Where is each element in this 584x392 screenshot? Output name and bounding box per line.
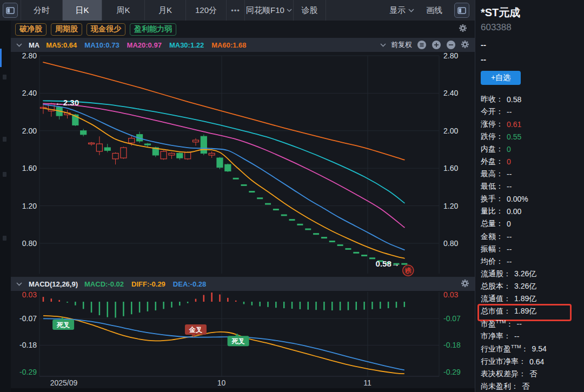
display-label: 显示 xyxy=(389,5,406,16)
ma-indicator-header: MA MA5:0.64MA10:0.73MA20:0.97MA30:1.22MA… xyxy=(11,38,475,52)
macd-chart[interactable]: 0.030.03-0.07-0.07-0.18-0.18-0.29-0.2920… xyxy=(11,291,475,392)
adjust-mode-dropdown[interactable]: 前复权 xyxy=(391,40,412,50)
chevron-down-icon xyxy=(287,9,292,12)
stat-row: 换手：0.00% xyxy=(475,193,584,205)
stat-row: 流通值：1.89亿 xyxy=(475,293,584,305)
gear-icon xyxy=(461,40,469,49)
concept-tag[interactable]: 盈利能力弱 xyxy=(130,23,176,36)
zoom-in-icon[interactable] xyxy=(432,40,441,50)
seal-stamp-icon: 榜 xyxy=(402,264,415,277)
stat-value: 0.61 xyxy=(507,120,521,129)
macd-indicator-header: MACD(12,26,9) MACD:-0.02DIFF:-0.29DEA:-0… xyxy=(11,277,475,291)
tab-周K[interactable]: 周K xyxy=(102,0,144,21)
stat-value: -- xyxy=(514,332,519,341)
stat-row: 表决权差异：否 xyxy=(475,368,584,380)
stat-row: 最高：-- xyxy=(475,168,584,181)
stat-value: 0 xyxy=(507,157,511,166)
rail-mark xyxy=(3,172,6,177)
svg-text:2.80: 2.80 xyxy=(22,52,37,60)
svg-text:2.00: 2.00 xyxy=(443,127,458,135)
macd-title: MACD(12,26,9) xyxy=(29,280,78,288)
tab-月K[interactable]: 月K xyxy=(144,0,185,21)
golden-cross-badge: 金叉 xyxy=(185,324,207,337)
quote-panel: *ST元成 603388 -- -- +自选 昨收：0.58今开：--涨停：0.… xyxy=(475,0,584,392)
stat-value: 3.26亿 xyxy=(514,282,536,291)
stat-row: 昨收：0.58 xyxy=(475,93,584,105)
indicator-list-icon[interactable] xyxy=(417,40,427,50)
stat-row: 金额：-- xyxy=(475,230,584,243)
concept-tag-row: 破净股周期股现金很少盈利能力弱 xyxy=(11,21,475,38)
quote-stats-list: 昨收：0.58今开：--涨停：0.61跌停：0.55内盘：0外盘：0最高：--最… xyxy=(475,93,584,392)
ma-values: MA5:0.64MA10:0.73MA20:0.97MA30:1.22MA60:… xyxy=(46,41,246,49)
stat-row: 市盈TTM：-- xyxy=(475,318,584,330)
stat-label: 表决权差异： xyxy=(481,369,526,379)
menu-f10-label: 同花顺F10 xyxy=(246,5,284,16)
tag-settings-gear-icon[interactable] xyxy=(459,24,467,35)
tab-分时[interactable]: 分时 xyxy=(21,0,62,21)
svg-text:-0.07: -0.07 xyxy=(443,314,461,323)
stat-row: 行业市净率：0.64 xyxy=(475,355,584,368)
collapse-chevron-icon[interactable] xyxy=(16,282,22,286)
panel-split-icon xyxy=(457,7,466,14)
stat-value: -- xyxy=(507,245,512,254)
right-panel-toggle-button[interactable] xyxy=(454,3,469,18)
stat-value: 0.00 xyxy=(507,207,521,216)
svg-text:2.80: 2.80 xyxy=(443,52,458,60)
stat-label: 总股本： xyxy=(481,282,511,291)
svg-text:金叉: 金叉 xyxy=(189,326,202,334)
svg-text:死叉: 死叉 xyxy=(56,321,70,329)
last-price-annotation: 0.58→ xyxy=(376,259,400,268)
ma-settings-gear-icon[interactable] xyxy=(461,40,469,50)
stat-row: 均价：-- xyxy=(475,255,584,268)
stat-row: 流通股：3.26亿 xyxy=(475,268,584,280)
concept-tag[interactable]: 周期股 xyxy=(51,23,82,36)
stat-label: 振幅： xyxy=(481,244,503,254)
price-change: -- xyxy=(481,55,486,64)
stat-label: 涨停： xyxy=(481,119,503,129)
zoom-out-icon[interactable] xyxy=(446,40,456,50)
stat-label: 最低： xyxy=(481,182,503,191)
rail-mark xyxy=(3,75,6,79)
tab-120分[interactable]: 120分 xyxy=(185,0,226,21)
stat-label: 外盘： xyxy=(481,157,503,167)
price-chart[interactable]: 2.802.802.402.402.002.001.601.601.201.20… xyxy=(11,52,475,277)
sidebar-toggle-button[interactable] xyxy=(0,0,21,21)
menu-f10[interactable]: 同花顺F10 xyxy=(244,0,293,21)
menu-diagnose[interactable]: 诊股 xyxy=(293,0,326,21)
svg-text:1.20: 1.20 xyxy=(22,202,37,210)
macd-settings-gear-icon[interactable] xyxy=(461,279,469,289)
macd-values: MACD:-0.02DIFF:-0.29DEA:-0.28 xyxy=(84,280,206,288)
ma-value: MA5:0.64 xyxy=(46,41,77,49)
add-watchlist-button[interactable]: +自选 xyxy=(481,71,521,85)
svg-text:-0.18: -0.18 xyxy=(19,341,37,349)
concept-tag[interactable]: 破净股 xyxy=(15,23,47,36)
macd-value: DIFF:-0.29 xyxy=(131,280,165,288)
chevron-down-icon[interactable] xyxy=(380,43,386,47)
stat-value: 9.54 xyxy=(532,344,547,353)
stat-value: 1.89亿 xyxy=(514,307,536,316)
tab-•••[interactable]: ••• xyxy=(226,0,244,21)
menu-diagnose-label: 诊股 xyxy=(302,5,318,16)
collapse-chevron-icon[interactable] xyxy=(16,43,22,47)
svg-text:0.03: 0.03 xyxy=(443,291,458,299)
stat-value: -- xyxy=(507,257,512,266)
display-menu[interactable]: 显示 xyxy=(389,5,414,16)
concept-tag[interactable]: 现金很少 xyxy=(87,23,125,36)
stat-label: 换手： xyxy=(481,194,503,204)
stat-row: 今开：-- xyxy=(475,105,584,118)
stat-value: 1.89亿 xyxy=(514,294,536,304)
draw-line-button[interactable]: 画线 xyxy=(426,5,442,16)
current-price: -- xyxy=(481,40,486,49)
tab-日K[interactable]: 日K xyxy=(62,0,102,21)
period-tabs: 分时日K周K月K120分••• xyxy=(21,0,244,21)
ma-line-MA30 xyxy=(43,101,404,203)
svg-text:0.80: 0.80 xyxy=(443,239,458,248)
stat-value: 0 xyxy=(507,145,511,154)
rail-mark xyxy=(3,236,6,241)
gear-icon xyxy=(461,279,469,288)
panel-split-icon xyxy=(3,3,18,18)
stat-label: 均价： xyxy=(481,257,503,267)
stat-label: 市盈TTM： xyxy=(481,319,514,329)
stat-row: 内盘：0 xyxy=(475,143,584,155)
high-price-annotation: ←2.30 xyxy=(55,98,79,107)
